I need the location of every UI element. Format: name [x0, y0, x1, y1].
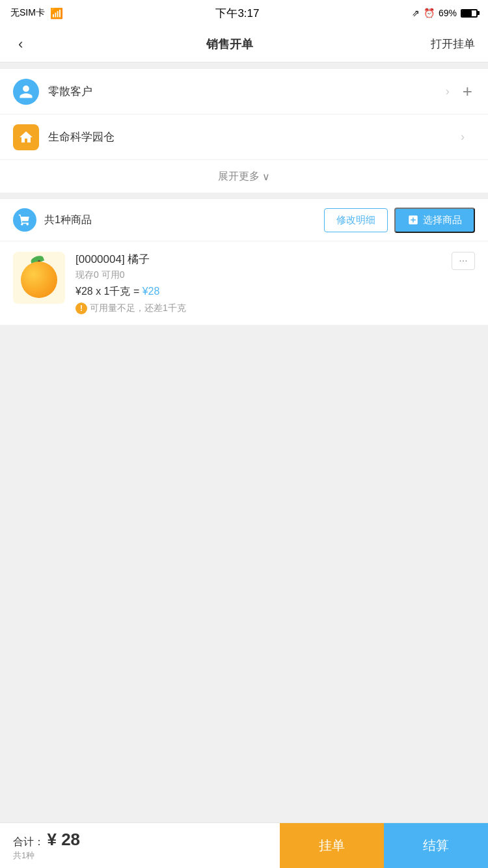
status-right: ⇗ ⏰ 69%	[412, 8, 478, 18]
wifi-icon: 📶	[50, 7, 63, 20]
product-image	[13, 252, 65, 304]
select-product-label: 选择商品	[423, 214, 462, 226]
customer-name: 零散客户	[48, 84, 446, 99]
product-count-text: 共1种商品	[44, 213, 324, 227]
warning-icon: !	[75, 303, 87, 314]
product-price-row: ¥28 x 1千克 = ¥28	[75, 285, 441, 299]
expand-chevron-icon: ∨	[262, 170, 270, 183]
back-button[interactable]: ‹	[13, 31, 28, 58]
warehouse-section: 生命科学园仓 ›	[0, 115, 488, 160]
cart-icon	[18, 213, 31, 226]
product-stock: 现存0 可用0	[75, 269, 441, 281]
alarm-icon: ⏰	[424, 8, 435, 18]
customer-row[interactable]: 零散客户 › +	[0, 69, 488, 115]
total-amount: ¥ 28	[47, 830, 80, 849]
orange-image	[16, 255, 62, 301]
hang-button[interactable]: 挂单	[280, 823, 384, 869]
product-section-header: 共1种商品 修改明细 选择商品	[0, 199, 488, 241]
add-customer-button[interactable]: +	[460, 81, 475, 102]
select-product-button[interactable]: 选择商品	[394, 208, 475, 233]
more-dots-icon: ···	[459, 255, 467, 267]
product-name-text: 橘子	[128, 253, 150, 265]
open-hang-button[interactable]: 打开挂单	[431, 36, 475, 51]
warehouse-row[interactable]: 生命科学园仓 ›	[0, 115, 488, 160]
status-time: 下午3:17	[215, 6, 259, 21]
total-label: 合计：	[13, 836, 44, 847]
status-left: 无SIM卡 📶	[10, 7, 63, 20]
product-more-button[interactable]: ···	[452, 252, 475, 270]
customer-avatar-icon	[18, 84, 34, 100]
select-product-icon	[407, 214, 419, 226]
bottom-bar: 合计： ¥ 28 共1种 挂单 结算	[0, 822, 488, 868]
nav-bar: ‹ 销售开单 打开挂单	[0, 26, 488, 62]
product-name: [0000004] 橘子	[75, 252, 441, 267]
product-info: [0000004] 橘子 现存0 可用0 ¥28 x 1千克 = ¥28 ! 可…	[75, 252, 441, 314]
expand-more-button[interactable]: 展开更多 ∨	[0, 160, 488, 193]
expand-more-label: 展开更多	[218, 170, 260, 183]
battery-percent: 69%	[439, 8, 457, 18]
battery-fill	[462, 10, 472, 16]
checkout-button[interactable]: 结算	[384, 823, 488, 869]
product-warning: ! 可用量不足，还差1千克	[75, 303, 441, 314]
customer-section: 零散客户 › +	[0, 69, 488, 115]
content-background	[0, 325, 488, 651]
warehouse-name: 生命科学园仓	[48, 129, 461, 144]
total-row: 合计： ¥ 28	[13, 830, 267, 850]
location-icon: ⇗	[412, 8, 420, 18]
page-title: 销售开单	[206, 36, 253, 52]
product-item: [0000004] 橘子 现存0 可用0 ¥28 x 1千克 = ¥28 ! 可…	[0, 241, 488, 325]
total-area: 合计： ¥ 28 共1种	[0, 830, 280, 861]
edit-detail-button[interactable]: 修改明细	[324, 208, 388, 232]
warehouse-arrow-icon: ›	[461, 130, 465, 144]
battery-icon	[461, 9, 478, 18]
warehouse-avatar	[13, 124, 39, 150]
checkout-label: 结算	[423, 837, 449, 854]
product-count-icon	[13, 208, 36, 232]
status-bar: 无SIM卡 📶 下午3:17 ⇗ ⏰ 69%	[0, 0, 488, 26]
middle-divider	[0, 193, 488, 199]
orange-body	[21, 262, 57, 298]
carrier-text: 无SIM卡	[10, 7, 45, 19]
customer-arrow-icon: ›	[446, 85, 450, 98]
product-total-price: ¥28	[142, 286, 160, 297]
hang-label: 挂单	[319, 837, 345, 854]
total-count: 共1种	[13, 850, 267, 861]
top-divider	[0, 62, 488, 69]
product-code: [0000004]	[75, 253, 128, 265]
product-price-text: ¥28 x 1千克 =	[75, 286, 142, 297]
customer-avatar	[13, 79, 39, 105]
warning-text: 可用量不足，还差1千克	[90, 303, 186, 314]
warehouse-icon	[18, 129, 34, 145]
